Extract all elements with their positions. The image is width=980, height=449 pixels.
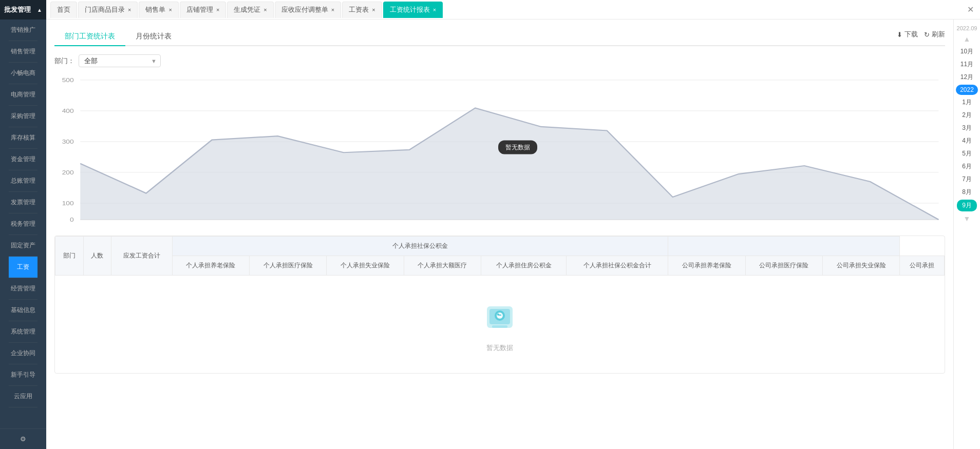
th-company-insurance-group — [668, 237, 900, 256]
timeline-item-3月[interactable]: 3月 — [954, 122, 980, 134]
svg-text:100: 100 — [62, 200, 74, 207]
timeline-item-1月[interactable]: 1月 — [954, 96, 980, 109]
table-header: 部门 人数 应发工资合计 个人承担社保公积金 个人承担养老保险 个人承担医疗保险… — [55, 237, 945, 276]
sidebar-header[interactable]: 批发管理 ▲ — [0, 0, 46, 19]
th-company-pension: 公司承担养老保险 — [668, 256, 745, 276]
sidebar-item-经营管理[interactable]: 经营管理 — [9, 278, 37, 300]
sidebar-item-电商管理[interactable]: 电商管理 — [9, 84, 37, 106]
timeline-item-2022[interactable]: 2022 — [956, 85, 978, 95]
sidebar-item-系统管理[interactable]: 系统管理 — [9, 321, 37, 343]
timeline-item-10月[interactable]: 10月 — [954, 45, 980, 58]
timeline-item-9月[interactable]: 9月 — [957, 200, 977, 211]
tab-close-icon[interactable]: × — [128, 7, 131, 13]
svg-rect-18 — [499, 315, 501, 316]
chart-area: 500 400 300 200 100 0 — [54, 73, 945, 227]
th-personal-total: 个人承担社保公积金合计 — [567, 256, 668, 276]
svg-text:400: 400 — [62, 107, 74, 114]
sidebar-item-库存核算[interactable]: 库存核算 — [9, 127, 37, 149]
th-company-unemployment: 公司承担失业保险 — [823, 256, 900, 276]
timeline-item-2月[interactable]: 2月 — [954, 109, 980, 122]
svg-marker-12 — [80, 108, 938, 220]
th-dept: 部门 — [55, 237, 84, 276]
svg-text:300: 300 — [62, 138, 74, 145]
toolbar-right: ⬇ 下载 ↻ 刷新 — [897, 28, 945, 45]
tab-close-icon[interactable]: × — [263, 7, 267, 13]
tab-close-icon[interactable]: × — [372, 7, 375, 13]
table-header-row1: 部门 人数 应发工资合计 个人承担社保公积金 — [55, 237, 945, 256]
timeline-item-8月[interactable]: 8月 — [954, 186, 980, 199]
sidebar-item-营销推广[interactable]: 营销推广 — [9, 19, 37, 41]
sidebar-item-固定资产[interactable]: 固定资产 — [9, 235, 37, 257]
tab-close-icon[interactable]: × — [216, 7, 219, 13]
sidebar-item-发票管理[interactable]: 发票管理 — [9, 192, 37, 213]
data-table: 部门 人数 应发工资合计 个人承担社保公积金 个人承担养老保险 个人承担医疗保险… — [54, 236, 945, 374]
sub-tab-月份统计表[interactable]: 月份统计表 — [125, 28, 182, 46]
sidebar-item-总账管理[interactable]: 总账管理 — [9, 170, 37, 192]
sidebar-item-销售管理[interactable]: 销售管理 — [9, 41, 37, 63]
tab-工资统计报表[interactable]: 工资统计报表× — [383, 2, 443, 18]
table-header-row2: 个人承担养老保险 个人承担医疗保险 个人承担失业保险 个人承担大额医疗 个人承担… — [55, 256, 945, 276]
tab-bar: 首页门店商品目录×销售单×店铺管理×生成凭证×应收应付调整单×工资表×工资统计报… — [46, 0, 980, 19]
th-headcount: 人数 — [83, 237, 111, 276]
sidebar-item-新手引导[interactable]: 新手引导 — [9, 364, 37, 386]
close-all-icon[interactable]: ✕ — [965, 3, 976, 16]
timeline-item-7月[interactable]: 7月 — [954, 173, 980, 186]
tab-首页[interactable]: 首页 — [50, 2, 77, 18]
download-button[interactable]: ⬇ 下载 — [897, 30, 918, 39]
th-personal-pension: 个人承担养老保险 — [172, 256, 249, 276]
timeline-panel: 2022.09 ▲ 10月11月12月20221月2月3月4月5月6月7月8月9… — [953, 19, 980, 449]
th-personal-major-medical: 个人承担大额医疗 — [404, 256, 481, 276]
sidebar-footer-settings[interactable]: ⚙ — [0, 428, 46, 449]
tab-close-icon[interactable]: × — [433, 7, 436, 13]
tab-门店商品目录[interactable]: 门店商品目录× — [78, 2, 138, 18]
timeline-item-6月[interactable]: 6月 — [954, 160, 980, 173]
th-company-medical: 公司承担医疗保险 — [745, 256, 822, 276]
th-personal-unemployment: 个人承担失业保险 — [327, 256, 404, 276]
th-personal-housing: 个人承担住房公积金 — [481, 256, 566, 276]
main-area: 首页门店商品目录×销售单×店铺管理×生成凭证×应收应付调整单×工资表×工资统计报… — [46, 0, 980, 449]
svg-text:200: 200 — [62, 169, 74, 176]
dept-label: 部门： — [54, 56, 74, 66]
sidebar-item-企业协同[interactable]: 企业协同 — [9, 343, 37, 364]
page-content: 部门工资统计表月份统计表 ⬇ 下载 ↻ 刷新 部门： — [46, 19, 953, 449]
timeline-item-11月[interactable]: 11月 — [954, 58, 980, 71]
sidebar: 批发管理 ▲ 营销推广销售管理小畅电商电商管理采购管理库存核算资金管理总账管理发… — [0, 0, 46, 449]
svg-rect-19 — [492, 325, 507, 328]
sidebar-item-采购管理[interactable]: 采购管理 — [9, 106, 37, 127]
sidebar-item-工资[interactable]: 工资 — [9, 257, 37, 278]
tab-销售单[interactable]: 销售单× — [139, 2, 178, 18]
sidebar-item-税务管理[interactable]: 税务管理 — [9, 213, 37, 235]
download-icon: ⬇ — [897, 31, 902, 38]
svg-text:0: 0 — [70, 216, 74, 223]
timeline-item-5月[interactable]: 5月 — [954, 147, 980, 160]
sidebar-item-基础信息[interactable]: 基础信息 — [9, 300, 37, 321]
toolbar: 部门： 全部 ▼ — [54, 54, 945, 67]
content-area: 部门工资统计表月份统计表 ⬇ 下载 ↻ 刷新 部门： — [46, 19, 980, 449]
timeline-item-12月[interactable]: 12月 — [954, 71, 980, 84]
chart-svg: 500 400 300 200 100 0 — [54, 73, 945, 227]
empty-text: 暂无数据 — [486, 343, 513, 353]
tab-工资表[interactable]: 工资表× — [342, 2, 382, 18]
empty-icon — [479, 296, 520, 337]
refresh-button[interactable]: ↻ 刷新 — [924, 30, 945, 39]
dept-select[interactable]: 全部 — [79, 54, 161, 67]
sidebar-item-小畅电商[interactable]: 小畅电商 — [9, 63, 37, 84]
tab-生成凭证[interactable]: 生成凭证× — [227, 2, 273, 18]
tab-close-icon[interactable]: × — [331, 7, 334, 13]
tab-应收应付调整单[interactable]: 应收应付调整单× — [275, 2, 341, 18]
th-personal-insurance-group: 个人承担社保公积金 — [172, 237, 668, 256]
sub-tab-部门工资统计表[interactable]: 部门工资统计表 — [54, 28, 125, 46]
th-total-salary: 应发工资合计 — [111, 237, 172, 276]
sidebar-item-资金管理[interactable]: 资金管理 — [9, 149, 37, 170]
timeline-nav-down[interactable]: ▼ — [962, 212, 973, 225]
gear-icon: ⚙ — [20, 435, 26, 443]
stats-table: 部门 人数 应发工资合计 个人承担社保公积金 个人承担养老保险 个人承担医疗保险… — [55, 236, 945, 276]
timeline-nav-up[interactable]: ▲ — [962, 33, 973, 45]
tab-店铺管理[interactable]: 店铺管理× — [180, 2, 226, 18]
timeline-item-4月[interactable]: 4月 — [954, 134, 980, 147]
sub-tabs: 部门工资统计表月份统计表 ⬇ 下载 ↻ 刷新 — [54, 28, 945, 46]
toolbar-left: 部门： 全部 ▼ — [54, 54, 161, 67]
dept-select-wrapper: 全部 ▼ — [79, 54, 161, 67]
tab-close-icon[interactable]: × — [168, 7, 172, 13]
sidebar-item-云应用[interactable]: 云应用 — [9, 386, 37, 407]
